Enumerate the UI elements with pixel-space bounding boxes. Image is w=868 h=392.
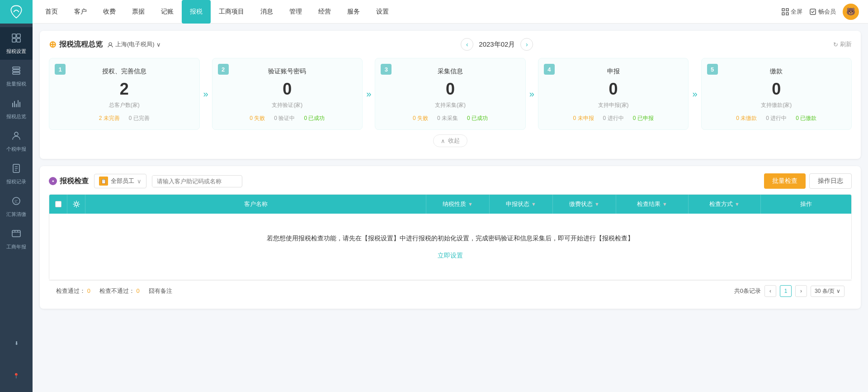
fail-count[interactable]: 0 (136, 287, 139, 294)
location-icon: 📍 (13, 373, 19, 379)
filter-icon-2[interactable]: ▼ (531, 201, 536, 207)
svg-rect-1 (786, 9, 788, 11)
nav-manage[interactable]: 管理 (281, 0, 310, 24)
flow-overview-title: ⊕ 报税流程总览 (49, 39, 103, 50)
avatar[interactable]: 🐻 (843, 4, 859, 20)
flow-arrow-3: » (526, 58, 538, 130)
search-button[interactable]: 🔍 (237, 176, 242, 187)
th-operation: 操作 (761, 195, 851, 214)
nav-invoice[interactable]: 票据 (124, 0, 153, 24)
nav-message[interactable]: 消息 (252, 0, 281, 24)
step-stats-5: 0 未缴款 0 进行中 0 已缴款 (711, 115, 843, 122)
svg-rect-9 (13, 67, 20, 69)
search-input[interactable] (152, 176, 237, 187)
step-count-3: 0 (384, 79, 516, 99)
flow-step-4: 4 申报 0 支持申报(家) 0 未申报 0 进行中 0 已申报 (538, 58, 689, 130)
step-title-2: 验证账号密码 (222, 66, 354, 76)
sidebar-label-annual-settlement: 汇算清缴 (6, 211, 26, 218)
sidebar-item-tax-records[interactable]: 报税记录 (0, 158, 33, 190)
member-button[interactable]: 畅会员 (809, 8, 836, 16)
step-number-3: 3 (381, 64, 392, 75)
svg-rect-0 (782, 9, 784, 11)
nav-service[interactable]: 服务 (339, 0, 368, 24)
nav-commerce[interactable]: 工商项目 (211, 0, 252, 24)
nav-tax[interactable]: 报税 (182, 0, 211, 24)
sidebar-item-location[interactable]: 📍 (0, 359, 33, 392)
flow-overview-header: ⊕ 报税流程总览 上海(电子税局) ∨ ‹ 2023年02月 › ↻ (49, 38, 852, 51)
sidebar-item-tax-settings[interactable]: 报税设置 (0, 27, 33, 60)
refresh-icon: ↻ (833, 41, 838, 48)
flow-arrow-1: » (200, 58, 212, 130)
step-count-2: 0 (222, 79, 354, 99)
th-client-name: 客户名称 (85, 195, 426, 214)
nav-fee[interactable]: 收费 (95, 0, 124, 24)
svg-rect-5 (12, 34, 16, 38)
nav-accounting[interactable]: 记账 (153, 0, 182, 24)
operation-log-button[interactable]: 操作日志 (809, 173, 852, 189)
footer-stats: 检查通过： 0 检查不通过： 0 囧有备注 (56, 287, 172, 295)
location-selector[interactable]: 上海(电子税局) ∨ (107, 40, 161, 48)
th-settings (67, 195, 85, 214)
sidebar-label-tax-overview: 报税总览 (6, 113, 26, 120)
svg-point-12 (14, 132, 18, 136)
nav-home[interactable]: 首页 (37, 0, 66, 24)
fullscreen-button[interactable]: 全屏 (782, 8, 802, 16)
sidebar-item-batch-tax[interactable]: 批量报税 (0, 60, 33, 92)
tax-check-table: 客户名称 纳税性质 ▼ 申报状态 ▼ 缴费状态 ▼ 检查 (49, 194, 852, 280)
personal-tax-icon (11, 130, 22, 144)
annual-report-icon (11, 228, 22, 242)
filter-icon-3[interactable]: ▼ (594, 201, 599, 207)
pass-count[interactable]: 0 (87, 287, 90, 294)
select-all-checkbox[interactable] (55, 201, 61, 207)
prev-page-button[interactable]: ‹ (764, 285, 776, 297)
per-page-selector[interactable]: 30 条/页 ∨ (811, 286, 844, 297)
svg-rect-3 (786, 13, 788, 15)
filter-icon-4[interactable]: ▼ (662, 201, 667, 207)
step-number-2: 2 (218, 64, 229, 75)
next-page-button[interactable]: › (795, 285, 807, 297)
step-number-1: 1 (55, 64, 66, 75)
svg-rect-19 (12, 230, 20, 237)
current-month: 2023年02月 (479, 40, 515, 49)
collapse-button[interactable]: ∧ 收起 (433, 134, 467, 147)
flow-step-3: 3 采集信息 0 支持采集(家) 0 失败 0 未采集 0 已成功 (375, 58, 526, 130)
app-logo[interactable] (0, 0, 33, 24)
filter-icon-1[interactable]: ▼ (468, 201, 473, 207)
staff-selector[interactable]: 📋 全部员工 ∨ (94, 174, 146, 188)
staff-icon: 📋 (99, 177, 108, 186)
batch-check-button[interactable]: 批量检查 (764, 173, 806, 189)
orange-plus-icon: ⊕ (49, 39, 57, 50)
flow-step-5: 5 缴款 0 支持缴款(家) 0 未缴款 0 进行中 0 已缴款 (701, 58, 852, 130)
sidebar-item-tax-overview[interactable]: 报税总览 (0, 92, 33, 125)
flow-title-group: ⊕ 报税流程总览 上海(电子税局) ∨ (49, 39, 161, 50)
step-title-5: 缴款 (711, 66, 843, 76)
nav-operation[interactable]: 经营 (310, 0, 339, 24)
step-title-3: 采集信息 (384, 66, 516, 76)
pagination: 共0条记录 ‹ 1 › 30 条/页 ∨ (734, 285, 844, 297)
nav-client[interactable]: 客户 (66, 0, 95, 24)
th-pay-status: 缴费状态 ▼ (553, 195, 616, 214)
setup-link[interactable]: 立即设置 (438, 252, 463, 259)
next-month-button[interactable]: › (520, 38, 533, 51)
sidebar-label-batch-tax: 批量报税 (6, 81, 26, 87)
month-navigator: ‹ 2023年02月 › (461, 38, 533, 51)
sidebar-item-annual-settlement[interactable]: 汇 汇算清缴 (0, 190, 33, 223)
annual-settlement-icon: 汇 (11, 196, 22, 209)
sidebar-item-download[interactable]: ⬇ (0, 327, 33, 359)
step-label-3: 支持采集(家) (384, 101, 516, 109)
sidebar-item-personal-tax[interactable]: 个税申报 (0, 125, 33, 158)
check-title-icon: ⚬ (49, 177, 57, 185)
svg-rect-6 (17, 34, 20, 38)
nav-right: 全屏 畅会员 🐻 (782, 4, 868, 20)
step-label-2: 支持验证(家) (222, 101, 354, 109)
sidebar-item-annual-report[interactable]: 工商年报 (0, 223, 33, 255)
svg-rect-8 (17, 38, 20, 42)
per-page-chevron-icon: ∨ (836, 288, 840, 294)
nav-settings[interactable]: 设置 (368, 0, 397, 24)
step-number-5: 5 (707, 64, 718, 75)
filter-icon-5[interactable]: ▼ (735, 201, 740, 207)
note-label: 囧有备注 (149, 287, 172, 295)
sidebar-bottom: ⬇ 📍 (0, 327, 33, 392)
prev-month-button[interactable]: ‹ (461, 38, 473, 51)
refresh-button[interactable]: ↻ 刷新 (833, 40, 852, 48)
